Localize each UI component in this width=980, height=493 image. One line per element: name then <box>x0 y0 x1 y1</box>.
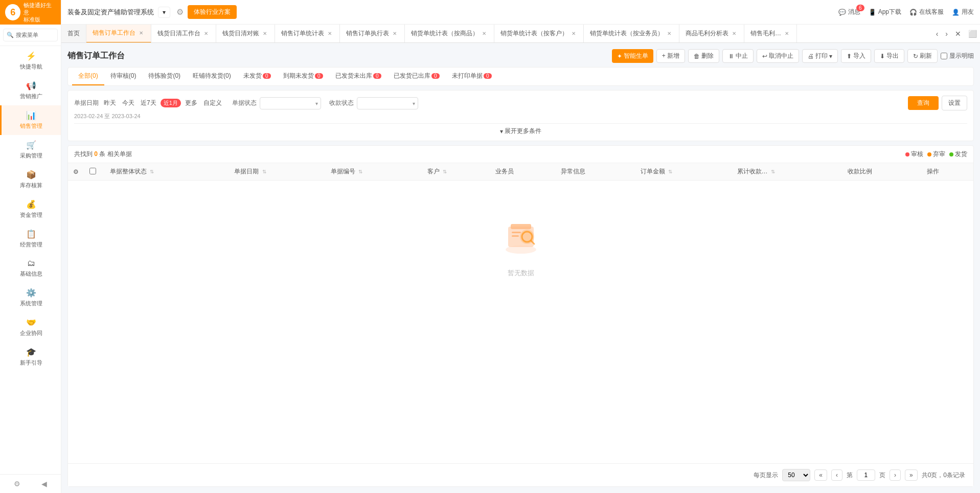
date-more-button[interactable]: 更多 <box>183 98 199 108</box>
sub-tab-not-printed[interactable]: 未打印单据0 <box>446 68 498 85</box>
tab-close-sales-exec[interactable]: ✕ <box>391 30 398 37</box>
sidebar-item-inventory[interactable]: 📦 库存核算 <box>0 165 61 194</box>
sidebar-collapse-button[interactable]: ◀ <box>41 480 47 488</box>
sidebar-item-guide[interactable]: 🎓 新手引导 <box>0 342 61 372</box>
filter-settings-button[interactable]: 设置 <box>942 96 967 110</box>
sort-status-icon[interactable]: ⇅ <box>150 169 154 174</box>
tab-close-cash-reconcile[interactable]: ✕ <box>261 30 268 37</box>
tab-maximize-button[interactable]: ⬜ <box>965 28 980 40</box>
per-page-select[interactable]: 10 20 50 100 <box>782 469 810 481</box>
next-page-button[interactable]: › <box>890 469 901 481</box>
export-button[interactable]: ⬇ 导出 <box>874 49 904 63</box>
refresh-button[interactable]: ↻ 刷新 <box>907 49 938 63</box>
sub-tab-not-shipped[interactable]: 未发货0 <box>237 68 277 85</box>
page-title: 销售订单工作台 <box>67 51 125 61</box>
tab-sales-gross[interactable]: 销售毛利… ✕ <box>744 25 797 43</box>
user-menu-button[interactable]: 👤 用友 <box>952 8 974 16</box>
column-settings-icon[interactable]: ⚙ <box>73 168 79 175</box>
online-service-button[interactable]: 🎧 在线客服 <box>909 8 944 16</box>
sort-amount-icon[interactable]: ⇅ <box>668 169 672 174</box>
date-7days-button[interactable]: 近7天 <box>139 98 158 108</box>
tab-sales-by-staff[interactable]: 销货单统计表（按业务员） ✕ <box>584 25 679 43</box>
sort-date-icon[interactable]: ⇅ <box>262 169 266 174</box>
smart-gen-button[interactable]: ✦ 智能生单 <box>612 49 653 63</box>
not-shipped-badge: 0 <box>263 73 271 79</box>
show-details-checkbox-label[interactable]: 显示明细 <box>941 52 974 60</box>
sub-tab-pending-review[interactable]: 待审核(0) <box>104 68 143 85</box>
messages-button[interactable]: 💬 消息 6 <box>838 8 860 16</box>
delete-button[interactable]: 🗑 删除 <box>688 49 719 63</box>
date-today-button[interactable]: 今天 <box>120 98 136 108</box>
tab-close-sales-workbench[interactable]: ✕ <box>138 30 145 36</box>
first-page-button[interactable]: « <box>814 469 827 481</box>
tab-close-gross-margin[interactable]: ✕ <box>731 30 738 37</box>
sub-tab-all[interactable]: 全部(0) <box>72 68 104 85</box>
query-button[interactable]: 查询 <box>908 96 939 110</box>
prev-page-button[interactable]: ‹ <box>831 469 842 481</box>
last-page-button[interactable]: » <box>905 469 918 481</box>
payment-select[interactable] <box>357 97 418 109</box>
sort-collected-icon[interactable]: ⇅ <box>771 169 775 174</box>
svg-rect-6 <box>512 232 521 233</box>
print-button[interactable]: 🖨 打印 ▾ <box>802 49 838 63</box>
sidebar-item-operations[interactable]: 📋 经营管理 <box>0 224 61 254</box>
sidebar-item-basic-info[interactable]: 🗂 基础信息 <box>0 254 61 283</box>
discard-review-action[interactable]: 弃审 <box>927 150 945 159</box>
tab-close-sales-by-product[interactable]: ✕ <box>481 30 488 37</box>
date-1month-button[interactable]: 近1月 <box>161 99 181 107</box>
sidebar-item-system[interactable]: ⚙️ 系统管理 <box>0 283 61 312</box>
sub-tab-wangpu-pending[interactable]: 旺铺待发货(0) <box>187 68 237 85</box>
date-custom-button[interactable]: 自定义 <box>201 98 224 108</box>
select-all-checkbox[interactable] <box>89 168 96 174</box>
tab-close-sales-by-staff[interactable]: ✕ <box>666 30 673 37</box>
sidebar-item-purchase[interactable]: 🛒 采购管理 <box>0 135 61 165</box>
sub-tab-overdue-not-shipped[interactable]: 到期未发货0 <box>277 68 329 85</box>
tab-close-cash-daily[interactable]: ✕ <box>202 30 210 37</box>
sort-customer-icon[interactable]: ⇅ <box>443 169 447 174</box>
app-download-button[interactable]: 📱 App下载 <box>869 8 901 16</box>
search-menu-button[interactable]: 🔍 搜索菜单 <box>3 29 58 41</box>
sort-number-icon[interactable]: ⇅ <box>358 169 362 174</box>
status-select-wrap <box>260 97 321 109</box>
sidebar-settings-button[interactable]: ⚙ <box>14 480 20 488</box>
expand-more-button[interactable]: ▾ 展开更多条件 <box>500 127 541 136</box>
system-dropdown-button[interactable]: ▾ <box>158 7 170 18</box>
cancel-pause-button[interactable]: ↩ 取消中止 <box>757 49 799 63</box>
header-settings-button[interactable]: ⚙ <box>176 7 184 17</box>
sidebar-item-finance[interactable]: 💰 资金管理 <box>0 194 61 224</box>
add-button[interactable]: + 新增 <box>656 49 685 63</box>
tab-sales-exec[interactable]: 销售订单执行表 ✕ <box>340 25 405 43</box>
sub-tab-shipped-not-out[interactable]: 已发货未出库0 <box>329 68 388 85</box>
tab-cash-daily[interactable]: 钱货日清工作台 ✕ <box>151 25 216 43</box>
review-action[interactable]: 审核 <box>905 150 923 159</box>
sub-tab-pending-inspection[interactable]: 待拣验货(0) <box>142 68 187 85</box>
tab-sales-by-customer[interactable]: 销货单统计表（按客户） ✕ <box>494 25 584 43</box>
sidebar-item-quick-nav[interactable]: ⚡ 快捷导航 <box>0 46 61 76</box>
import-button[interactable]: ⬆ 导入 <box>841 49 871 63</box>
tab-scroll-left-button[interactable]: ‹ <box>933 28 942 40</box>
tab-gross-margin[interactable]: 商品毛利分析表 ✕ <box>679 25 744 43</box>
ship-action[interactable]: 发货 <box>949 150 967 159</box>
date-yesterday-button[interactable]: 昨天 <box>102 98 118 108</box>
status-select[interactable] <box>260 97 321 109</box>
sidebar-item-marketing[interactable]: 📢 营销推广 <box>0 76 61 105</box>
tab-close-sales-stats[interactable]: ✕ <box>326 30 333 37</box>
tab-cash-reconcile[interactable]: 钱货日清对账 ✕ <box>216 25 275 43</box>
tab-sales-stats[interactable]: 销售订单统计表 ✕ <box>275 25 340 43</box>
th-settings: ⚙ <box>68 163 84 181</box>
tab-scroll-right-button[interactable]: › <box>942 28 951 40</box>
page-input[interactable] <box>857 469 875 481</box>
trial-button[interactable]: 体验行业方案 <box>188 5 237 19</box>
tab-close-all-button[interactable]: ✕ <box>952 28 964 40</box>
sub-tab-shipped-out[interactable]: 已发货已出库0 <box>388 68 446 85</box>
tab-close-sales-gross[interactable]: ✕ <box>783 30 790 37</box>
pause-button[interactable]: ⏸ 中止 <box>722 49 754 63</box>
show-details-checkbox[interactable] <box>941 53 947 59</box>
tab-sales-workbench[interactable]: 销售订单工作台 ✕ <box>86 25 151 43</box>
tab-home[interactable]: 首页 <box>61 25 86 43</box>
tab-close-sales-by-customer[interactable]: ✕ <box>570 30 577 37</box>
tab-sales-by-product[interactable]: 销货单统计表（按商品） ✕ <box>405 25 494 43</box>
status-filter: 单据状态 <box>232 97 321 109</box>
sidebar-item-sales[interactable]: 📊 销售管理 <box>0 105 61 135</box>
sidebar-item-cooperation[interactable]: 🤝 企业协同 <box>0 312 61 342</box>
